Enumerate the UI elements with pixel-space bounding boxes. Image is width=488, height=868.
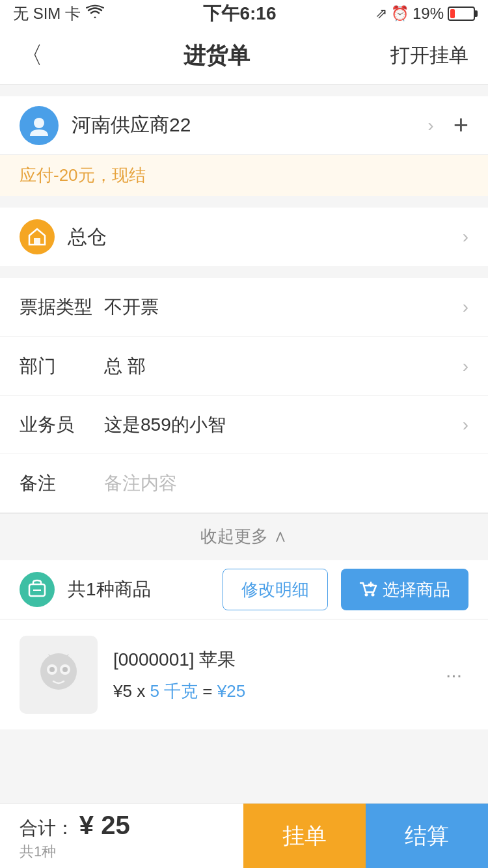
page-title: 进货单 <box>183 41 250 71</box>
svg-point-5 <box>372 593 375 597</box>
cart-icon <box>359 580 377 599</box>
status-time: 下午6:16 <box>203 1 276 26</box>
product-header: 共1种商品 修改明细 选择商品 <box>0 560 488 619</box>
invoice-type-row[interactable]: 票据类型 不开票 › <box>0 278 488 336</box>
remark-label: 备注 <box>20 471 104 496</box>
location-icon: ⇗ <box>375 5 387 22</box>
wifi-icon <box>86 5 104 23</box>
invoice-chevron-icon: › <box>463 297 468 318</box>
product-count: 共1种商品 <box>68 577 210 602</box>
modify-detail-button[interactable]: 修改明细 <box>223 569 328 610</box>
warehouse-name: 总仓 <box>68 224 463 251</box>
dept-row[interactable]: 部门 总 部 › <box>0 336 488 395</box>
alarm-icon: ⏰ <box>391 5 409 22</box>
notice-bar: 应付-20元，现结 <box>0 155 488 196</box>
footer: 合计： ¥ 25 共1种 挂单 结算 <box>0 803 488 868</box>
footer-spacer <box>0 729 488 801</box>
product-unit-price: ¥5 <box>113 681 132 701</box>
status-bar: 无 SIM 卡 下午6:16 ⇗ ⏰ 19% <box>0 0 488 27</box>
pay-button[interactable]: 结算 <box>366 804 488 869</box>
warehouse-chevron-icon: › <box>463 226 468 247</box>
dept-chevron-icon: › <box>463 356 468 377</box>
product-total: ¥25 <box>217 681 245 701</box>
form-section: 票据类型 不开票 › 部门 总 部 › 业务员 这是859的小智 › 备注 备注… <box>0 278 488 512</box>
invoice-type-value: 不开票 <box>104 295 463 319</box>
select-product-button[interactable]: 选择商品 <box>341 569 468 610</box>
invoice-type-label: 票据类型 <box>20 295 104 319</box>
battery-icon <box>448 7 475 21</box>
product-header-icon <box>20 572 55 607</box>
collapse-bar[interactable]: 收起更多 ∧ <box>0 513 488 559</box>
salesperson-row[interactable]: 业务员 这是859的小智 › <box>0 395 488 454</box>
product-quantity: 5 <box>150 681 159 701</box>
supplier-section: 河南供应商22 › + 应付-20元，现结 <box>0 96 488 196</box>
salesperson-value: 这是859的小智 <box>104 413 463 437</box>
svg-point-8 <box>40 653 77 690</box>
select-product-label: 选择商品 <box>383 578 450 601</box>
svg-point-4 <box>365 593 368 597</box>
product-price: ¥5 x 5 千克 = ¥25 <box>113 680 439 703</box>
supplier-row[interactable]: 河南供应商22 › + <box>0 96 488 155</box>
back-button[interactable]: 〈 <box>20 40 43 72</box>
product-info: [0000001] 苹果 ¥5 x 5 千克 = ¥25 <box>113 647 439 703</box>
supplier-avatar <box>20 106 59 145</box>
warehouse-row[interactable]: 总仓 › <box>0 208 488 266</box>
svg-point-11 <box>49 667 55 672</box>
footer-total-amount: ¥ 25 <box>79 811 130 839</box>
carrier-label: 无 SIM 卡 <box>13 3 81 24</box>
product-item: [0000001] 苹果 ¥5 x 5 千克 = ¥25 ··· <box>0 620 488 729</box>
svg-point-0 <box>34 118 44 128</box>
footer-total-row: 合计： ¥ 25 <box>20 811 243 841</box>
warehouse-icon <box>20 219 55 254</box>
product-title: 苹果 <box>199 649 236 670</box>
battery-percent: 19% <box>413 5 444 23</box>
salesperson-label: 业务员 <box>20 413 104 437</box>
remark-input[interactable]: 备注内容 <box>104 471 468 496</box>
product-code: [0000001] <box>113 649 195 670</box>
open-pending-button[interactable]: 打开挂单 <box>390 42 468 69</box>
product-multiply: x <box>137 681 150 701</box>
collapse-label: 收起更多 ∧ <box>200 525 287 548</box>
dept-label: 部门 <box>20 354 104 379</box>
divider-2 <box>0 266 488 278</box>
product-unit: 千克 <box>164 681 198 701</box>
warehouse-section: 总仓 › <box>0 208 488 266</box>
dept-value: 总 部 <box>104 354 463 379</box>
svg-rect-1 <box>34 238 40 245</box>
nav-bar: 〈 进货单 打开挂单 <box>0 27 488 85</box>
supplier-name: 河南供应商22 <box>72 112 427 139</box>
supplier-chevron-icon: › <box>427 115 433 136</box>
divider-1 <box>0 196 488 208</box>
product-thumbnail <box>20 636 98 714</box>
salesperson-chevron-icon: › <box>463 414 468 435</box>
product-equals: = <box>202 681 217 701</box>
svg-point-12 <box>62 667 68 672</box>
add-supplier-button[interactable]: + <box>454 111 468 140</box>
remark-row[interactable]: 备注 备注内容 <box>0 454 488 512</box>
footer-amount: 合计： ¥ 25 共1种 <box>0 811 243 861</box>
product-more-button[interactable]: ··· <box>439 657 468 692</box>
footer-sub-label: 共1种 <box>20 842 243 861</box>
status-left: 无 SIM 卡 <box>13 3 104 24</box>
hang-button[interactable]: 挂单 <box>243 804 366 869</box>
product-name: [0000001] 苹果 <box>113 647 439 672</box>
product-thumb-owl-icon <box>33 649 85 701</box>
top-divider <box>0 85 488 96</box>
footer-total-label: 合计： <box>20 818 74 838</box>
status-right: ⇗ ⏰ 19% <box>375 5 475 23</box>
